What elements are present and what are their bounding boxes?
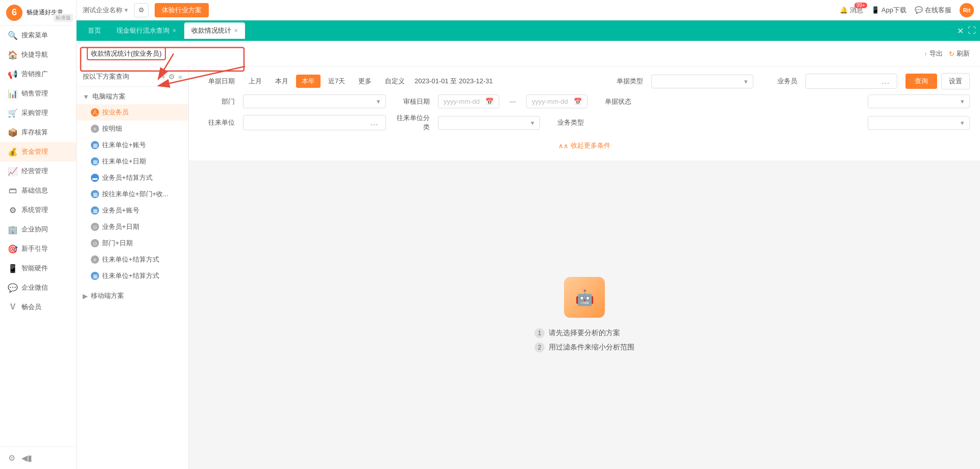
filter-row-1: 单据日期 上月 本月 本年 近7天 更多 自定义 2023- [199, 73, 970, 89]
tab-bank-close[interactable]: × [173, 27, 176, 34]
finance-icon: 💰 [8, 147, 17, 156]
settings-btn-header[interactable]: ⚙ [134, 3, 149, 17]
date-tab-more[interactable]: 更多 [353, 75, 377, 88]
empty-robot-icon: 🤖 [564, 277, 605, 318]
column-settings-button[interactable]: 设置 [941, 73, 970, 89]
messages-action[interactable]: 🔔 消息 99+ [840, 6, 863, 15]
biz-type-arrow: ▾ [961, 119, 964, 127]
doc-type-select[interactable]: ▾ [651, 75, 753, 88]
partner-category-select[interactable]: ▾ [438, 116, 540, 130]
tab-bank[interactable]: 现金银行流水查询 × [109, 22, 183, 39]
sidebar-item-hardware[interactable]: 📱 智能硬件 [0, 259, 76, 278]
sidebar-item-operation[interactable]: 📈 经营管理 [0, 161, 76, 181]
refresh-button[interactable]: ↻ 刷新 [949, 49, 970, 58]
scheme-group-mobile-title[interactable]: ▶ 移动端方案 [77, 288, 188, 303]
scheme-item-1[interactable]: ≡ 按明细 [77, 121, 188, 137]
collapse-sidebar-icon[interactable]: ◀▮ [21, 453, 32, 463]
partner-more-dots[interactable]: … [370, 118, 378, 127]
wechat-icon: 💬 [8, 283, 17, 292]
calendar-icon-end: 📅 [574, 98, 582, 105]
sidebar-item-wechat[interactable]: 💬 企业微信 [0, 278, 76, 297]
sidebar-item-vip[interactable]: V 畅会员 [0, 297, 76, 317]
sidebar-item-inventory[interactable]: 📦 库存核算 [0, 123, 76, 142]
sidebar-item-quick-nav[interactable]: 🏠 快捷导航 [0, 45, 76, 64]
collapse-icon: ∧∧ [558, 142, 569, 150]
sidebar-item-sales[interactable]: 📊 销售管理 [0, 84, 76, 103]
operation-icon: 📈 [8, 167, 17, 176]
export-icon: ↑ [924, 50, 928, 58]
app-download-action[interactable]: 📱 App下载 [871, 6, 906, 15]
scheme-header-label: 按以下方案查询 [83, 72, 161, 81]
scheme-collapse-icon[interactable]: « [178, 73, 182, 81]
sidebar-item-marketing[interactable]: 📢 营销推广 [0, 64, 76, 84]
scheme-settings-icon[interactable]: ⚙ [168, 73, 175, 81]
sidebar-item-enterprise[interactable]: 🏢 企业协同 [0, 220, 76, 239]
sidebar-item-basic[interactable]: 🗃 基础信息 [0, 181, 76, 200]
audit-date-start-text: yyyy-mm-dd [444, 98, 480, 105]
scheme-item-icon-2: ▦ [91, 141, 99, 149]
staff-select[interactable]: … [805, 74, 897, 89]
settings-icon[interactable]: ⚙ [8, 453, 15, 463]
page-header: 收款情况统计(按业务员) ↑ 导出 ↻ 刷新 [77, 41, 980, 67]
collapse-label: 收起更多条件 [571, 141, 610, 150]
tab-maximize-icon[interactable]: ⛶ [968, 26, 976, 36]
biz-type-select[interactable]: ▾ [868, 116, 970, 130]
scheme-group-mobile: ▶ 移动端方案 [77, 286, 188, 306]
scheme-item-10[interactable]: ▦ 往来单位+结算方式 [77, 268, 188, 284]
scheme-item-icon-6: ▦ [91, 206, 99, 215]
scheme-item-8[interactable]: ⊙ 部门+日期 [77, 235, 188, 251]
staff-label: 业务员 [762, 77, 797, 86]
data-area: 🤖 1 请先选择要分析的方案 2 用过滤条件来缩小分析范围 [189, 160, 980, 469]
tab-bank-label: 现金银行流水查询 [116, 26, 169, 35]
trial-button[interactable]: 体验行业方案 [155, 3, 209, 17]
mobile-group-arrow: ▶ [83, 292, 88, 300]
dept-select[interactable]: ▾ [243, 95, 386, 108]
scheme-group-desktop-title[interactable]: ▼ 电脑端方案 [77, 89, 188, 104]
scheme-item-0[interactable]: 人 按业务员 [77, 104, 188, 121]
sidebar-label-inventory: 库存核算 [21, 128, 48, 137]
date-tab-curr-year[interactable]: 本年 [296, 75, 321, 88]
tab-collection-close[interactable]: × [234, 27, 238, 34]
scheme-header: 按以下方案查询 + ⚙ « [77, 67, 188, 87]
sidebar-item-search[interactable]: 🔍 搜索菜单 [0, 26, 76, 45]
collapse-filters-button[interactable]: ∧∧ 收起更多条件 [199, 137, 970, 154]
doc-status-arrow: ▾ [961, 98, 964, 105]
scheme-item-4[interactable]: ▬ 业务员+结算方式 [77, 170, 188, 186]
sidebar-label-enterprise: 企业协同 [21, 225, 48, 234]
doc-status-select[interactable]: ▾ [868, 95, 970, 108]
tab-close-all-icon[interactable]: ✕ [957, 26, 964, 36]
export-button[interactable]: ↑ 导出 [924, 49, 943, 58]
scheme-item-9[interactable]: ≡ 往来单位+结算方式 [77, 251, 188, 268]
scheme-item-6[interactable]: ▦ 业务员+账号 [77, 202, 188, 219]
scheme-item-label-5: 按往来单位+部门+收... [102, 190, 168, 199]
sidebar-item-finance[interactable]: 💰 资金管理 [0, 142, 76, 161]
company-dropdown-arrow[interactable]: ▾ [125, 6, 128, 14]
date-tab-custom[interactable]: 自定义 [379, 75, 410, 88]
scheme-item-3[interactable]: ▦ 往来单位+日期 [77, 153, 188, 170]
sidebar-label-sales: 销售管理 [21, 89, 48, 98]
sidebar-item-purchase[interactable]: 🛒 采购管理 [0, 103, 76, 123]
scheme-item-5[interactable]: ▦ 按往来单位+部门+收... [77, 186, 188, 202]
audit-date-start[interactable]: yyyy-mm-dd 📅 [438, 95, 499, 108]
date-tab-prev-month[interactable]: 上月 [243, 75, 267, 88]
tab-home[interactable]: 首页 [81, 22, 108, 39]
staff-more-dots[interactable]: … [881, 77, 890, 86]
query-button[interactable]: 查询 [905, 74, 937, 89]
filter-area: 单据日期 上月 本月 本年 近7天 更多 自定义 2023- [189, 67, 980, 160]
scheme-add-icon[interactable]: + [161, 73, 165, 81]
sidebar-item-guide[interactable]: 🎯 新手引导 [0, 239, 76, 259]
page-content: 收款情况统计(按业务员) ↑ 导出 ↻ 刷新 按以下方案查询 [77, 41, 980, 469]
date-tab-curr-month[interactable]: 本月 [270, 75, 294, 88]
user-avatar[interactable]: Rit [960, 3, 974, 17]
audit-date-end[interactable]: yyyy-mm-dd 📅 [526, 95, 587, 108]
partner-select[interactable]: … [243, 115, 386, 130]
date-tab-7days[interactable]: 近7天 [323, 75, 351, 88]
sidebar-item-system[interactable]: ⚙ 系统管理 [0, 200, 76, 220]
scheme-item-2[interactable]: ▦ 往来单位+账号 [77, 137, 188, 153]
online-service-action[interactable]: 💬 在线客服 [915, 6, 951, 15]
tab-collection[interactable]: 收款情况统计 × [184, 22, 245, 39]
scheme-item-7[interactable]: ⊙ 业务员+日期 [77, 219, 188, 235]
sidebar-label-hardware: 智能硬件 [21, 264, 48, 273]
logo-area: 6 畅捷通好生意 标准版 [0, 0, 76, 26]
tip-item-2: 2 用过滤条件来缩小分析范围 [534, 342, 634, 353]
